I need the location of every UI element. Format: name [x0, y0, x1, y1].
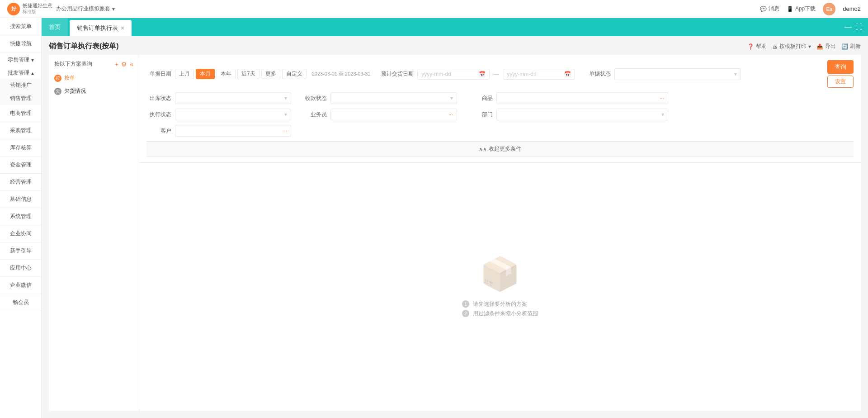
status-select[interactable]: ▾ [614, 68, 741, 80]
chevron-down-icon: ▾ [112, 6, 115, 12]
refresh-btn[interactable]: 🔄 刷新 [841, 43, 861, 50]
expected-date-start[interactable]: yyyy-mm-dd 📅 [417, 69, 490, 80]
payment-select[interactable]: ▾ [330, 92, 457, 104]
tab-home[interactable]: 首页 [42, 18, 68, 36]
sidebar-item-operations[interactable]: 经营管理 [0, 174, 41, 191]
sidebar-item-basic[interactable]: 基础信息 [0, 191, 41, 208]
message-icon: 💬 [760, 6, 767, 12]
dept-select[interactable]: ▾ [496, 109, 668, 120]
status-group: 单据状态 ▾ 查询 设置 [586, 60, 854, 88]
dots-icon: ··· [660, 95, 664, 101]
salesperson-input[interactable]: ··· [330, 109, 457, 120]
add-scheme-btn[interactable]: + [115, 61, 118, 68]
content-area: 首页 销售订单执行表 × — ⛶ 销售订单执行表(按单) ❓ 帮助 [42, 18, 868, 418]
date-btn-custom[interactable]: 自定义 [282, 69, 307, 79]
tab-sales-order[interactable]: 销售订单执行表 × [70, 20, 132, 36]
sidebar-item-quicknav[interactable]: 快捷导航 [0, 35, 41, 52]
tab-minimize-btn[interactable]: — [844, 23, 852, 31]
customer-input[interactable]: ··· [175, 125, 291, 137]
settings-scheme-btn[interactable]: ⚙ [121, 61, 127, 68]
top-bar: 好 畅捷通好生意 标准版 办公用品行业模拟账套 ▾ 💬 消息 📱 App下载 E… [0, 0, 868, 18]
date-range-text: 2023-03-01 至 2023-03-31 [312, 71, 371, 77]
scheme-icon-gray: 欠 [54, 88, 61, 95]
sidebar-item-wechat[interactable]: 企业微信 [0, 277, 41, 294]
empty-step-2: 2 用过滤条件来缩小分析范围 [462, 310, 538, 318]
date-btn-this-year[interactable]: 本年 [217, 69, 236, 79]
top-bar-right: 💬 消息 📱 App下载 Ea demo2 [760, 3, 861, 15]
app-download-btn[interactable]: 📱 App下载 [787, 5, 816, 13]
goods-label: 商品 [468, 95, 493, 102]
sidebar-item-wholesale[interactable]: 批发管理 ▴ [0, 66, 41, 79]
main-layout: 搜索菜单 快捷导航 零售管理 ▾ 批发管理 ▴ 营销推广 销售管理 电商管理 采… [0, 18, 868, 418]
logo-icon: 好 [7, 3, 20, 15]
sidebar-item-enterprise[interactable]: 企业协同 [0, 225, 41, 242]
sidebar-item-search[interactable]: 搜索菜单 [0, 18, 41, 35]
logo-subtext: 标准版 [23, 9, 52, 15]
page-header: 销售订单执行表(按单) ❓ 帮助 🖨 按模板打印 ▾ 📤 导出 [42, 36, 868, 55]
query-btn[interactable]: 查询 [827, 60, 854, 74]
payment-group: 收款状态 ▾ [302, 92, 457, 104]
page-title: 销售订单执行表(按单) [49, 42, 119, 51]
sidebar-sub-sales[interactable]: 销售管理 [0, 92, 41, 105]
salesperson-group: 业务员 ··· [302, 109, 457, 120]
sidebar-item-system[interactable]: 系统管理 [0, 208, 41, 225]
goods-group: 商品 ··· [468, 92, 854, 104]
scheme-item-by-order[interactable]: 按 按单 [49, 71, 139, 85]
date-options: 上月 本月 本年 近7天 更多 自定义 [175, 69, 307, 79]
sidebar-item-purchase[interactable]: 采购管理 [0, 122, 41, 139]
message-btn[interactable]: 💬 消息 [760, 5, 779, 13]
expected-date-label: 预计交货日期 [381, 70, 414, 78]
sidebar-item-newbie[interactable]: 新手引导 [0, 242, 41, 260]
exec-group: 执行状态 ▾ [146, 109, 291, 120]
date-btn-this-month[interactable]: 本月 [196, 69, 215, 79]
top-bar-left: 好 畅捷通好生意 标准版 办公用品行业模拟账套 ▾ [7, 3, 115, 15]
print-icon: 🖨 [772, 43, 778, 50]
date-btn-7days[interactable]: 近7天 [237, 69, 259, 79]
date-separator: — [493, 71, 499, 77]
help-btn[interactable]: ❓ 帮助 [747, 43, 767, 50]
dots-icon: ··· [283, 128, 287, 134]
collapse-panel-btn[interactable]: « [130, 61, 133, 68]
sidebar-item-member[interactable]: 畅会员 [0, 294, 41, 311]
print-btn[interactable]: 🖨 按模板打印 ▾ [772, 43, 811, 50]
sidebar-item-apps[interactable]: 应用中心 [0, 260, 41, 277]
industry-selector[interactable]: 办公用品行业模拟账套 ▾ [56, 5, 115, 13]
chevron-down-icon: ▾ [734, 71, 737, 77]
scheme-item-shortage[interactable]: 欠 欠货情况 [49, 85, 139, 98]
refresh-icon: 🔄 [841, 43, 848, 50]
collapse-up-icon: ∧∧ [479, 146, 487, 152]
empty-state: 📦 1 请先选择要分析的方案 2 用过滤条件来缩小分析范围 [139, 163, 861, 411]
export-btn[interactable]: 📤 导出 [816, 43, 836, 50]
sidebar-item-inventory[interactable]: 库存核算 [0, 139, 41, 157]
collapse-filters-row[interactable]: ∧∧ 收起更多条件 [146, 141, 854, 157]
filter-row-3: 执行状态 ▾ 业务员 ··· [146, 109, 854, 120]
date-btn-last-month[interactable]: 上月 [175, 69, 194, 79]
sidebar-sub-marketing[interactable]: 营销推广 [0, 79, 41, 92]
collapse-icon: « [130, 61, 133, 68]
customer-group: 客户 ··· [146, 125, 291, 137]
tab-expand-btn[interactable]: ⛶ [855, 23, 863, 31]
expected-date-group: 预计交货日期 yyyy-mm-dd 📅 — yyyy-mm-dd 📅 [381, 69, 575, 80]
tab-close-icon[interactable]: × [121, 24, 124, 32]
query-btn-area: 查询 设置 [827, 60, 854, 88]
goods-input[interactable]: ··· [496, 92, 668, 104]
delivery-select[interactable]: ▾ [175, 92, 291, 104]
payment-label: 收款状态 [302, 95, 327, 102]
split-content: 按以下方案查询 + ⚙ « [49, 55, 861, 411]
export-icon: 📤 [816, 43, 823, 50]
empty-illustration: 📦 [480, 255, 520, 293]
sidebar: 搜索菜单 快捷导航 零售管理 ▾ 批发管理 ▴ 营销推广 销售管理 电商管理 采… [0, 18, 42, 418]
sidebar-item-finance[interactable]: 资金管理 [0, 157, 41, 174]
customer-label: 客户 [146, 127, 171, 135]
plus-icon: + [115, 61, 118, 68]
logo-text: 畅捷通好生意 [23, 3, 52, 9]
chevron-down-icon: ▾ [450, 95, 453, 101]
exec-select[interactable]: ▾ [175, 109, 291, 120]
sidebar-item-ecommerce[interactable]: 电商管理 [0, 105, 41, 122]
settings-btn[interactable]: 设置 [827, 76, 854, 88]
sidebar-item-retail[interactable]: 零售管理 ▾ [0, 52, 41, 66]
date-btn-more[interactable]: 更多 [261, 69, 280, 79]
chevron-down-icon: ▾ [661, 111, 664, 118]
exec-label: 执行状态 [146, 111, 171, 119]
expected-date-end[interactable]: yyyy-mm-dd 📅 [503, 69, 575, 80]
